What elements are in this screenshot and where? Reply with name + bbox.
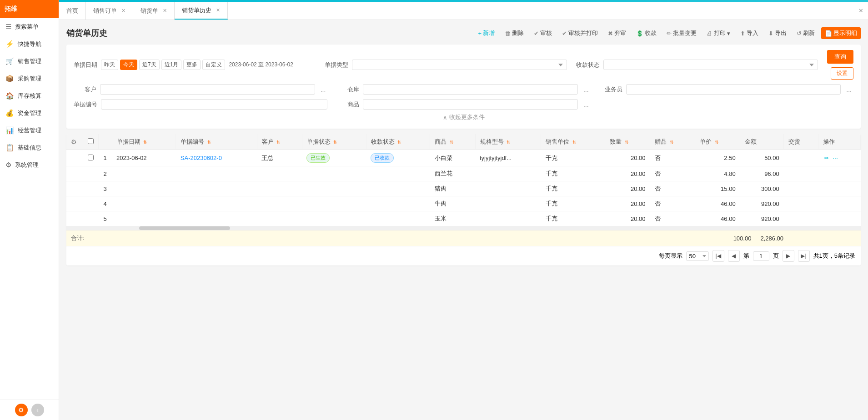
col-unit[interactable]: 销售单位 ⇅ <box>541 134 605 150</box>
row-more-btn[interactable]: ⋯ <box>831 154 840 162</box>
import-label: 导入 <box>747 29 758 37</box>
receipt-button[interactable]: 💲 收款 <box>632 27 660 39</box>
date-btn-7days[interactable]: 近7天 <box>139 60 160 70</box>
refresh-button[interactable]: ↺ 刷新 <box>793 27 818 39</box>
tab-sales-goods[interactable]: 销货单 ✕ <box>133 2 175 20</box>
row-docno-cell[interactable] <box>176 196 257 211</box>
row-edit-btn[interactable]: ✏ <box>823 154 831 162</box>
col-doc-status[interactable]: 单据状态 ⇅ <box>302 134 366 150</box>
sidebar-item-quick-nav[interactable]: ⚡ 快捷导航 <box>0 35 59 53</box>
col-qty[interactable]: 数量 ⇅ <box>605 134 650 150</box>
tab-home[interactable]: 首页 <box>59 2 86 20</box>
horizontal-scrollbar[interactable] <box>66 226 861 230</box>
col-docno[interactable]: 单据编号 ⇅ <box>176 134 257 150</box>
row-spec-cell <box>475 211 541 226</box>
row-checkbox-cell[interactable] <box>83 150 98 166</box>
date-btn-yesterday[interactable]: 昨天 <box>101 60 118 70</box>
sidebar-item-search-menu[interactable]: ☰ 搜索菜单 <box>0 18 59 35</box>
tab-sales-order-close[interactable]: ✕ <box>121 8 125 14</box>
customer-ellipsis[interactable]: ... <box>319 86 328 93</box>
delete-button[interactable]: 🗑 删除 <box>501 27 527 39</box>
prev-page-btn[interactable]: ◀ <box>728 250 740 262</box>
audit-icon: ✔ <box>534 30 539 37</box>
receipt-status-select[interactable] <box>603 60 818 70</box>
import-button[interactable]: ⬆ 导入 <box>737 27 762 39</box>
new-button[interactable]: + 新增 <box>474 27 498 39</box>
tab-sales-goods-close[interactable]: ✕ <box>163 8 167 14</box>
col-settings[interactable]: ⚙ <box>66 134 83 150</box>
row-checkbox-cell[interactable] <box>83 166 98 181</box>
sidebar-collapse-btn[interactable]: ‹ <box>31 404 44 416</box>
goods-input[interactable] <box>363 99 578 110</box>
tab-sales-order[interactable]: 销售订单 ✕ <box>86 2 133 20</box>
docnum-input[interactable] <box>101 99 327 110</box>
row-spec-cell <box>475 181 541 196</box>
row-checkbox-cell[interactable] <box>83 181 98 196</box>
row-docno-cell[interactable]: SA-20230602-0 <box>176 150 257 166</box>
sidebar-item-ops-mgmt[interactable]: 📊 经营管理 <box>0 122 59 139</box>
warehouse-input[interactable] <box>363 84 578 95</box>
table-row: 4 牛肉 千克 20.00 否 46.00 920.00 <box>66 196 861 211</box>
sidebar-item-inventory[interactable]: 🏠 库存核算 <box>0 87 59 105</box>
tab-bar-end[interactable]: ✕ <box>858 7 868 14</box>
audit-print-button[interactable]: ✔ 审核并打印 <box>558 27 602 39</box>
col-gift[interactable]: 赠品 ⇅ <box>650 134 695 150</box>
print-button[interactable]: 🖨 打印 ▾ <box>703 27 734 39</box>
filter-collapse-btn[interactable]: ∧ 收起更多条件 <box>74 111 853 123</box>
salesperson-input[interactable] <box>626 84 841 95</box>
audit-print-icon: ✔ <box>562 30 567 37</box>
col-receipt-status[interactable]: 收款状态 ⇅ <box>366 134 430 150</box>
col-customer[interactable]: 客户 ⇅ <box>257 134 302 150</box>
query-button[interactable]: 查询 <box>827 50 853 64</box>
sidebar-item-basic-info[interactable]: 📋 基础信息 <box>0 139 59 156</box>
table-gear-icon[interactable]: ⚙ <box>71 138 77 145</box>
col-date[interactable]: 单据日期 ⇅ <box>112 134 176 150</box>
export-button[interactable]: ⬇ 导出 <box>765 27 790 39</box>
filter-settings-button[interactable]: 设置 <box>831 67 853 80</box>
doctype-select[interactable] <box>352 60 567 70</box>
tab-sales-history-close[interactable]: ✕ <box>216 7 220 13</box>
date-btn-more[interactable]: 更多 <box>183 60 201 70</box>
row-docno-cell[interactable] <box>176 211 257 226</box>
sidebar-item-sys-mgmt[interactable]: ⚙ 系统管理 <box>0 156 59 174</box>
customer-input[interactable] <box>100 84 315 95</box>
goods-ellipsis[interactable]: ... <box>582 101 591 108</box>
row-price-cell: 46.00 <box>695 211 740 226</box>
col-checkbox[interactable] <box>83 134 98 150</box>
row-docno-cell[interactable] <box>176 181 257 196</box>
show-detail-button[interactable]: 📄 显示明细 <box>821 27 861 39</box>
last-page-btn[interactable]: ▶| <box>798 250 810 262</box>
col-gift-label: 赠品 <box>655 138 667 145</box>
col-unit-label: 销售单位 <box>546 138 569 145</box>
row-checkbox[interactable] <box>88 155 94 160</box>
batch-change-button[interactable]: ✏ 批量变更 <box>663 27 700 39</box>
sidebar-settings-btn[interactable]: ⚙ <box>15 404 28 416</box>
sidebar-item-fund-mgmt[interactable]: 💰 资金管理 <box>0 105 59 122</box>
date-btn-today[interactable]: 今天 <box>120 60 137 70</box>
select-all-checkbox[interactable] <box>88 138 94 144</box>
col-goods[interactable]: 商品 ⇅ <box>430 134 475 150</box>
warehouse-ellipsis[interactable]: ... <box>582 86 591 93</box>
main-area: 首页 销售订单 ✕ 销货单 ✕ 销货单历史 ✕ ✕ 销货单历史 + 新增 <box>59 0 868 420</box>
row-checkbox-cell[interactable] <box>83 196 98 211</box>
row-docno-cell[interactable] <box>176 166 257 181</box>
first-page-btn[interactable]: |◀ <box>712 250 724 262</box>
next-page-btn[interactable]: ▶ <box>783 250 794 262</box>
page-number-input[interactable] <box>753 251 769 261</box>
salesperson-ellipsis[interactable]: ... <box>844 86 853 93</box>
audit-button[interactable]: ✔ 审核 <box>530 27 556 39</box>
row-checkbox-cell[interactable] <box>83 211 98 226</box>
sidebar-item-sales-mgmt[interactable]: 🛒 销售管理 <box>0 53 59 70</box>
date-btn-custom[interactable]: 自定义 <box>202 60 225 70</box>
row-price-cell: 15.00 <box>695 181 740 196</box>
sidebar-item-purchase-mgmt[interactable]: 📦 采购管理 <box>0 70 59 87</box>
row-customer-cell <box>257 196 302 211</box>
row-receipt-status-cell <box>366 166 430 181</box>
scrollbar-thumb[interactable] <box>139 226 230 230</box>
tab-sales-history[interactable]: 销货单历史 ✕ <box>175 2 228 20</box>
abandon-button[interactable]: ✖ 弃审 <box>604 27 630 39</box>
page-size-select[interactable]: 50 100 <box>686 251 709 261</box>
col-price[interactable]: 单价 ⇅ <box>695 134 740 150</box>
date-btn-1month[interactable]: 近1月 <box>161 60 182 70</box>
col-spec[interactable]: 规格型号 ⇅ <box>475 134 541 150</box>
